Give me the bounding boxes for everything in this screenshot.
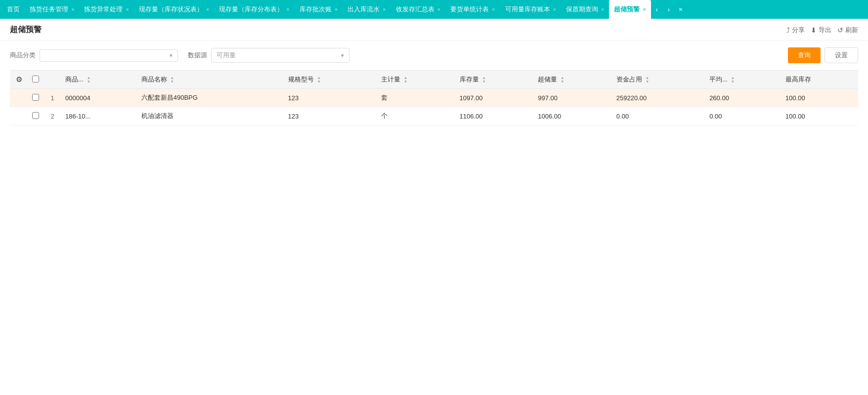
col-spec-label: 规格型号 — [288, 76, 314, 83]
col-product-name-label: 商品名称 — [141, 76, 167, 83]
col-overstock[interactable]: 超储量 ▲▼ — [534, 71, 612, 89]
tab-abnormal-close[interactable]: × — [126, 6, 129, 12]
col-product-code[interactable]: 商品... ▲▼ — [61, 71, 137, 89]
category-select[interactable]: ▾ — [40, 49, 178, 62]
refresh-label: 刷新 — [845, 26, 858, 35]
col-capital-usage-label: 资金占用 — [616, 76, 642, 83]
col-capital-usage-sort-icon: ▲▼ — [645, 76, 649, 84]
row-spec: 123 — [284, 89, 377, 107]
tab-home-label: 首页 — [7, 5, 20, 14]
tab-batch-label: 库存批次账 — [300, 5, 332, 14]
col-unit[interactable]: 主计量 ▲▼ — [377, 71, 456, 89]
row-overstock: 997.00 — [534, 89, 612, 107]
header-actions: ⤴ 分享 ⬇ 导出 ↺ 刷新 — [786, 26, 858, 35]
share-button[interactable]: ⤴ 分享 — [786, 26, 805, 35]
refresh-button[interactable]: ↺ 刷新 — [837, 26, 858, 35]
tab-home[interactable]: 首页 — [2, 0, 25, 19]
col-capital-usage[interactable]: 资金占用 ▲▼ — [612, 71, 705, 89]
nav-next-arrow[interactable]: › — [663, 0, 675, 19]
col-avg[interactable]: 平均... ▲▼ — [705, 71, 781, 89]
filter-actions: 查询 设置 — [788, 47, 858, 63]
select-all-checkbox[interactable] — [32, 76, 39, 82]
tab-available-ledger-label: 可用量库存账本 — [505, 5, 550, 14]
tab-batch[interactable]: 库存批次账 × — [295, 0, 343, 19]
row-number: 2 — [43, 107, 61, 125]
filter-bar: 商品分类 ▾ 数据源 可用量 ▾ 查询 设置 — [0, 40, 868, 70]
page-title: 超储预警 — [10, 25, 42, 35]
tab-inout-flow-label: 出入库流水 — [347, 5, 380, 14]
row-gear-cell — [10, 89, 28, 107]
col-spec[interactable]: 规格型号 ▲▼ — [284, 71, 377, 89]
col-spec-sort-icon: ▲▼ — [317, 76, 321, 84]
tab-abnormal[interactable]: 拣货异常处理 × — [79, 0, 133, 19]
page-header: 超储预警 ⤴ 分享 ⬇ 导出 ↺ 刷新 — [0, 19, 868, 40]
tab-inventory-dist-close[interactable]: × — [286, 6, 289, 12]
share-icon: ⤴ — [786, 26, 790, 34]
col-stock-sort-icon: ▲▼ — [482, 76, 486, 84]
datasource-select[interactable]: 可用量 ▾ — [211, 48, 349, 63]
data-table-container: ⚙ 商品... ▲▼ 商品名称 ▲▼ 规格型号 — [0, 70, 868, 125]
tab-inout-flow[interactable]: 出入库流水 × — [343, 0, 391, 19]
col-stock-label: 库存量 — [460, 76, 479, 83]
table-row: 1 0000004 六配套新昌490BPG 123 套 1097.00 997.… — [10, 89, 858, 107]
table-body: 1 0000004 六配套新昌490BPG 123 套 1097.00 997.… — [10, 89, 858, 125]
data-table: ⚙ 商品... ▲▼ 商品名称 ▲▼ 规格型号 — [10, 70, 858, 125]
row-product-name: 机油滤清器 — [137, 107, 284, 125]
row-product-name: 六配套新昌490BPG — [137, 89, 284, 107]
col-gear: ⚙ — [10, 71, 28, 89]
tab-overstock-alert[interactable]: 超储预警 × — [609, 0, 651, 19]
tab-inout-flow-close[interactable]: × — [383, 6, 386, 12]
nav-close-arrow[interactable]: × — [675, 0, 687, 19]
tab-inventory-status-label: 现存量（库存状况表） — [139, 5, 203, 14]
share-label: 分享 — [792, 26, 805, 35]
col-product-name-sort-icon: ▲▼ — [170, 76, 174, 84]
tab-collect-summary-close[interactable]: × — [437, 6, 440, 12]
row-stock: 1097.00 — [456, 89, 534, 107]
row-stock: 1106.00 — [456, 107, 534, 125]
col-product-name[interactable]: 商品名称 ▲▼ — [137, 71, 284, 89]
tab-task-mgmt[interactable]: 拣货任务管理 × — [25, 0, 79, 19]
row-checkbox[interactable] — [32, 94, 39, 101]
page-content: 超储预警 ⤴ 分享 ⬇ 导出 ↺ 刷新 商品分类 ▾ 数据源 — [0, 19, 868, 395]
col-row-num — [43, 71, 61, 89]
col-avg-sort-icon: ▲▼ — [731, 76, 735, 84]
query-button[interactable]: 查询 — [788, 47, 821, 63]
table-row: 2 186-10... 机油滤清器 123 个 1106.00 1006.00 … — [10, 107, 858, 125]
tab-quality-check-label: 保质期查询 — [566, 5, 598, 14]
col-checkbox-header — [28, 71, 43, 89]
tab-overstock-alert-close[interactable]: × — [643, 6, 646, 12]
tab-collect-summary[interactable]: 收发存汇总表 × — [391, 0, 445, 19]
tab-inventory-status-close[interactable]: × — [206, 6, 209, 12]
row-checkbox-cell — [28, 89, 43, 107]
col-max-stock: 最高库存 — [781, 71, 858, 89]
row-checkbox[interactable] — [32, 112, 39, 119]
col-stock[interactable]: 库存量 ▲▼ — [456, 71, 534, 89]
tab-order-stats-close[interactable]: × — [492, 6, 495, 12]
datasource-label: 数据源 — [188, 51, 207, 60]
tab-order-stats[interactable]: 要货单统计表 × — [445, 0, 500, 19]
refresh-icon: ↺ — [837, 26, 843, 34]
row-number: 1 — [43, 89, 61, 107]
tab-inventory-dist[interactable]: 现存量（库存分布表） × — [214, 0, 294, 19]
row-unit: 个 — [377, 107, 456, 125]
tab-available-ledger[interactable]: 可用量库存账本 × — [500, 0, 561, 19]
settings-button[interactable]: 设置 — [825, 47, 858, 63]
nav-prev-arrow[interactable]: ‹ — [651, 0, 663, 19]
row-max-stock: 100.00 — [781, 107, 858, 125]
tab-available-ledger-close[interactable]: × — [553, 6, 556, 12]
datasource-select-value: 可用量 — [217, 51, 236, 60]
tab-inventory-status[interactable]: 现存量（库存状况表） × — [134, 0, 214, 19]
tab-batch-close[interactable]: × — [335, 6, 338, 12]
col-unit-sort-icon: ▲▼ — [404, 76, 408, 84]
gear-icon[interactable]: ⚙ — [16, 75, 22, 83]
export-button[interactable]: ⬇ 导出 — [811, 26, 831, 35]
tab-order-stats-label: 要货单统计表 — [450, 5, 489, 14]
category-label: 商品分类 — [10, 51, 36, 60]
datasource-filter: 数据源 可用量 ▾ — [188, 48, 349, 63]
tab-quality-check[interactable]: 保质期查询 × — [561, 0, 609, 19]
col-product-code-label: 商品... — [65, 76, 84, 83]
tab-task-mgmt-close[interactable]: × — [71, 6, 74, 12]
tab-inventory-dist-label: 现存量（库存分布表） — [219, 5, 283, 14]
col-overstock-sort-icon: ▲▼ — [561, 76, 564, 84]
tab-quality-check-close[interactable]: × — [601, 6, 604, 12]
